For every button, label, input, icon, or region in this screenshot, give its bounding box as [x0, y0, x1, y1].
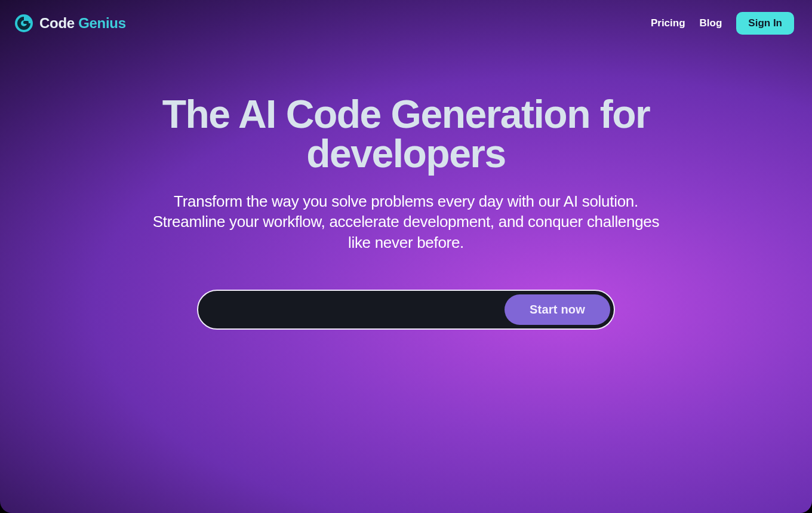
- header: Code Genius Pricing Blog Sign In: [0, 0, 812, 35]
- start-now-button[interactable]: Start now: [505, 294, 610, 325]
- signin-button[interactable]: Sign In: [736, 12, 794, 35]
- nav-pricing[interactable]: Pricing: [651, 17, 685, 29]
- landing-page: Code Genius Pricing Blog Sign In The AI …: [0, 0, 812, 513]
- hero-headline: The AI Code Generation for developers: [137, 94, 675, 173]
- cta-bar: Start now: [197, 290, 615, 330]
- logo-text: Code Genius: [39, 15, 126, 32]
- logo-word-code: Code: [39, 15, 75, 31]
- svg-rect-1: [23, 21, 29, 24]
- hero-subhead: Transform the way you solve problems eve…: [149, 191, 663, 253]
- hero-section: The AI Code Generation for developers Tr…: [0, 94, 812, 330]
- logo[interactable]: Code Genius: [14, 14, 126, 33]
- cta-input[interactable]: [202, 303, 505, 316]
- nav-blog[interactable]: Blog: [700, 17, 722, 29]
- top-nav: Pricing Blog Sign In: [651, 12, 794, 35]
- logo-word-genius: Genius: [78, 15, 126, 31]
- logo-icon: [14, 14, 33, 33]
